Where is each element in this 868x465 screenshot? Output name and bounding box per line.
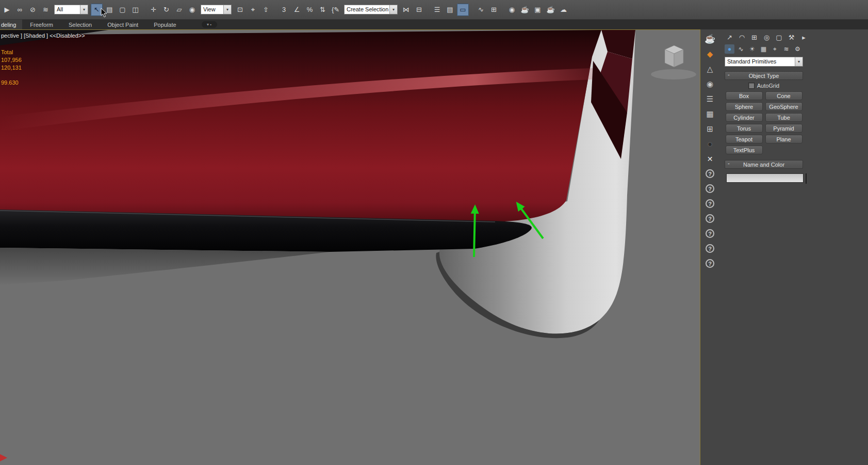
help-icon[interactable]: ? xyxy=(706,244,714,253)
textplus-button[interactable]: TextPlus xyxy=(726,146,763,154)
spinner-snap-icon[interactable]: ⇅ xyxy=(317,4,329,16)
close-icon[interactable]: ✕ xyxy=(703,152,717,165)
mirror-icon[interactable]: ⋈ xyxy=(400,4,412,16)
percent-snap-icon[interactable]: % xyxy=(304,4,316,16)
cameras-category[interactable]: ▦ xyxy=(759,44,768,54)
select-and-rotate-icon[interactable]: ↻ xyxy=(160,4,172,16)
select-and-place-icon[interactable]: ◉ xyxy=(186,4,198,16)
render-production-icon[interactable]: ☕ xyxy=(545,4,556,16)
named-selection-sets-icon[interactable]: {✎ xyxy=(330,4,341,16)
primitive-category-dropdown[interactable]: Standard Primitives ▾ xyxy=(725,57,803,67)
select-and-link-icon[interactable]: ∞ xyxy=(14,4,26,16)
space-warps-category[interactable]: ≋ xyxy=(781,44,791,54)
help-icon[interactable]: ? xyxy=(706,214,714,223)
package-icon[interactable]: ⊞ xyxy=(703,122,717,135)
car-body-red xyxy=(0,30,601,222)
teapot-button[interactable]: Teapot xyxy=(726,135,763,143)
box-button[interactable]: Box xyxy=(726,91,763,100)
chevron-down-icon: ▾ xyxy=(389,5,397,14)
utilities-tab[interactable]: ⚒ xyxy=(787,33,796,42)
annotation-arrow xyxy=(474,206,475,257)
reference-coordinate-dropdown[interactable]: View ▾ xyxy=(201,5,232,14)
help-icon[interactable]: ? xyxy=(706,259,714,268)
lights-category[interactable]: ☀ xyxy=(747,44,757,54)
tab-populate[interactable]: Populate xyxy=(146,20,184,29)
schematic-view-icon[interactable]: ⊞ xyxy=(488,4,500,16)
geometry-category[interactable]: ● xyxy=(725,44,734,54)
angle-snap-icon[interactable]: ∠ xyxy=(291,4,303,16)
ribbon-tab-bar: deling Freeform Selection Object Paint P… xyxy=(0,20,868,29)
select-and-move-icon[interactable]: ✛ xyxy=(148,4,159,16)
modify-tab[interactable]: ◠ xyxy=(737,33,747,42)
poly-statistics: Total 107,956 120,131 99.630 xyxy=(1,49,22,87)
material-editor-icon[interactable]: ◉ xyxy=(506,4,518,16)
help-icon[interactable]: ? xyxy=(706,169,714,178)
object-color-swatch[interactable] xyxy=(806,173,807,184)
sphere-button[interactable]: Sphere xyxy=(726,102,763,111)
motion-tab[interactable]: ◎ xyxy=(762,33,772,42)
plane-button[interactable]: Plane xyxy=(765,135,803,143)
named-selection-set-dropdown[interactable]: Create Selection Se ▾ xyxy=(344,5,398,14)
tab-selection[interactable]: Selection xyxy=(61,20,100,29)
scene-explorer-icon[interactable]: ☰ xyxy=(431,4,443,16)
cone-button[interactable]: Cone xyxy=(765,91,803,100)
stats-value: 99.630 xyxy=(1,79,22,87)
autogrid-checkbox[interactable] xyxy=(748,83,755,89)
checker-sphere-icon[interactable]: ◉ xyxy=(703,77,717,90)
viewport-label[interactable]: pective ] [Shaded ] <<Disabled>> xyxy=(1,33,85,39)
render-setup-icon[interactable]: ☕ xyxy=(519,4,531,16)
tab-modeling[interactable]: deling xyxy=(0,20,22,29)
paint-bucket-icon[interactable]: ◆ xyxy=(703,47,717,60)
help-icon[interactable]: ? xyxy=(706,199,714,208)
pyramid-button[interactable]: Pyramid xyxy=(765,124,803,133)
keyboard-override-icon[interactable]: ⇧ xyxy=(260,4,272,16)
display-tab[interactable]: ▢ xyxy=(774,33,784,42)
chevron-down-icon: ▾ xyxy=(223,5,231,14)
shapes-category[interactable]: ∿ xyxy=(736,44,746,54)
rectangular-selection-icon[interactable]: ▢ xyxy=(117,4,128,16)
cylinder-button[interactable]: Cylinder xyxy=(726,113,763,122)
arrow-icon[interactable]: ▶ xyxy=(1,4,13,16)
panel-arrow-icon[interactable]: ▸ xyxy=(799,33,809,42)
triangle-tool-icon[interactable]: △ xyxy=(703,62,717,75)
helpers-category[interactable]: ⌖ xyxy=(770,44,780,54)
systems-category[interactable]: ⚙ xyxy=(793,44,803,54)
name-color-rollout-header[interactable]: - Name and Color xyxy=(725,160,803,169)
geosphere-button[interactable]: GeoSphere xyxy=(765,102,803,111)
rendered-frame-window-icon[interactable]: ▣ xyxy=(532,4,544,16)
command-panel-tabs: ↗ ◠ ⊞ ◎ ▢ ⚒ ▸ xyxy=(719,29,868,43)
hierarchy-tab[interactable]: ⊞ xyxy=(749,33,759,42)
collapse-icon: - xyxy=(728,71,730,77)
snaps-toggle-icon[interactable]: 3 xyxy=(278,4,290,16)
layer-stack-icon[interactable]: ☰ xyxy=(703,92,717,105)
render-flyout-icon[interactable]: ☁ xyxy=(558,4,569,16)
object-type-rollout-header[interactable]: - Object Type xyxy=(725,71,803,80)
unlink-selection-icon[interactable]: ⊘ xyxy=(27,4,39,16)
help-icon[interactable]: ? xyxy=(706,229,714,238)
selection-filter-dropdown[interactable]: All ▾ xyxy=(54,5,88,14)
select-and-scale-icon[interactable]: ▱ xyxy=(173,4,185,16)
teapot-icon[interactable]: ☕ xyxy=(703,33,717,45)
ribbon-minimize-button[interactable]: ▾ • xyxy=(202,21,217,28)
select-and-manipulate-icon[interactable]: ⌖ xyxy=(247,4,259,16)
create-tab[interactable]: ↗ xyxy=(725,33,734,42)
grid-box-icon[interactable]: ▦ xyxy=(703,107,717,120)
align-icon[interactable]: ⊟ xyxy=(413,4,425,16)
window-crossing-icon[interactable]: ◫ xyxy=(129,4,141,16)
dark-sphere-icon[interactable]: ● xyxy=(703,137,717,150)
bind-to-space-warp-icon[interactable]: ≋ xyxy=(40,4,52,16)
help-icon[interactable]: ? xyxy=(706,184,714,193)
torus-button[interactable]: Torus xyxy=(726,124,763,133)
perspective-viewport[interactable]: pective ] [Shaded ] <<Disabled>> Total 1… xyxy=(0,29,700,465)
curve-editor-icon[interactable]: ∿ xyxy=(475,4,487,16)
tab-object-paint[interactable]: Object Paint xyxy=(100,20,146,29)
ribbon-toggle-icon[interactable]: ▭ xyxy=(457,4,469,16)
side-toolbar: ☕ ◆ △ ◉ ☰ ▦ ⊞ ● ✕ ? ? ? ? ? ? ? xyxy=(701,29,719,465)
tab-freeform[interactable]: Freeform xyxy=(22,20,61,29)
main-toolbar: ▶ ∞ ⊘ ≋ All ▾ ↖ ▤ ▢ ◫ ✛ ↻ ▱ ◉ View ▾ ⊡ ⌖… xyxy=(0,0,868,20)
selection-filter-value: All xyxy=(55,5,80,14)
layer-explorer-icon[interactable]: ▤ xyxy=(444,4,456,16)
object-name-field[interactable] xyxy=(726,173,804,183)
tube-button[interactable]: Tube xyxy=(765,113,803,122)
use-center-icon[interactable]: ⊡ xyxy=(234,4,246,16)
